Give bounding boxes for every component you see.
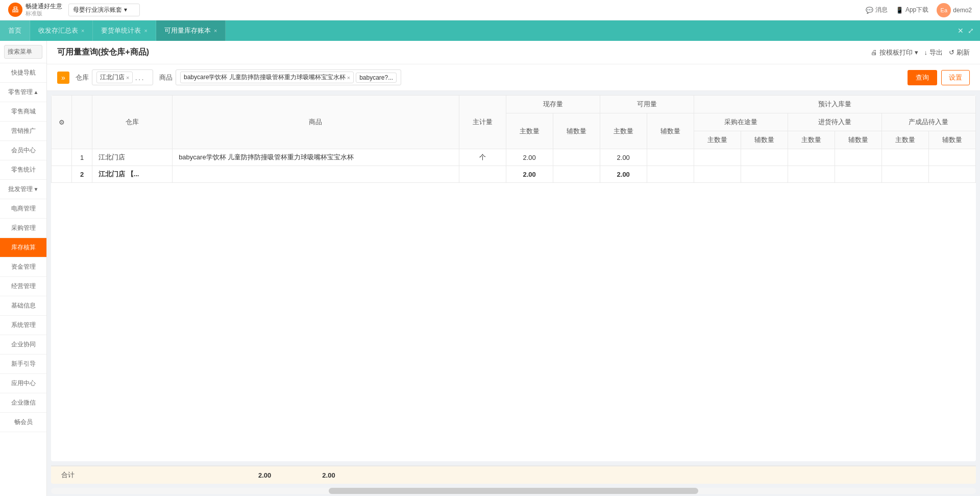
cell-sub-p-main bbox=[694, 166, 741, 183]
th-current-main: 主数量 bbox=[506, 113, 553, 149]
industry-selector[interactable]: 母婴行业演示账套 ▾ bbox=[68, 4, 140, 16]
sidebar-item-system-mgmt[interactable]: 系统管理 bbox=[0, 316, 46, 335]
filter-toggle-btn[interactable]: » bbox=[57, 72, 69, 84]
tab-home[interactable]: 首页 bbox=[0, 20, 30, 41]
user-area[interactable]: Ea demo2 bbox=[937, 3, 972, 17]
sidebar-item-enterprise-wechat[interactable]: 企业微信 bbox=[0, 393, 46, 413]
export-btn[interactable]: ↓ 导出 bbox=[924, 48, 943, 57]
warehouse-tag-close-icon[interactable]: × bbox=[126, 75, 129, 81]
product-input[interactable]: babycare学饮杯 儿童防摔防撞吸管杯重力球吸嘴杯宝宝水杯 × babyca… bbox=[176, 69, 401, 85]
scrollbar-thumb[interactable] bbox=[329, 488, 699, 494]
cell-settings bbox=[52, 149, 72, 166]
data-table: ⚙ 仓库 商品 主计量 现存量 可用量 预计入库量 主数量 辅数量 主数量 辅数… bbox=[51, 95, 976, 183]
cell-sub-ib-main bbox=[788, 166, 835, 183]
content-area: 可用量查询(按仓库+商品) 🖨 按模板打印 ▾ ↓ 导出 ↺ 刷新 bbox=[47, 41, 980, 496]
nav-tabs: 首页 收发存汇总表 × 要货单统计表 × 可用量库存账本 × ✕ ⤢ bbox=[0, 20, 980, 41]
cell-sub-warehouse: 江北门店 【... bbox=[92, 166, 173, 183]
warehouse-input[interactable]: 江北门店 × ... bbox=[92, 69, 153, 85]
sidebar-item-basic-info[interactable]: 基础信息 bbox=[0, 296, 46, 316]
th-index bbox=[72, 96, 92, 149]
cell-sub-current-main: 2.00 bbox=[506, 166, 553, 183]
footer-current-main: 2.00 bbox=[258, 471, 271, 479]
warehouse-more-icon[interactable]: ... bbox=[135, 73, 144, 82]
top-bar-left: 品 畅捷通好生意 标准版 母婴行业演示账套 ▾ bbox=[8, 3, 140, 17]
sidebar-item-quick-nav[interactable]: 快捷导航 bbox=[0, 63, 46, 83]
th-product-pending: 产成品待入量 bbox=[881, 113, 975, 131]
maximize-icon[interactable]: ⤢ bbox=[968, 27, 974, 35]
cell-sub-product bbox=[173, 166, 459, 183]
product-tag1-close-icon[interactable]: × bbox=[347, 75, 350, 81]
message-btn[interactable]: 💬 消息 bbox=[866, 6, 888, 14]
tab-available-stock[interactable]: 可用量库存账本 × bbox=[156, 20, 226, 41]
cell-avail-main: 2.00 bbox=[600, 149, 647, 166]
refresh-btn[interactable]: ↺ 刷新 bbox=[949, 48, 970, 57]
table-footer: 合计 2.00 2.00 bbox=[51, 465, 976, 484]
th-forecast-inbound: 预计入库量 bbox=[694, 96, 975, 113]
tab-available-stock-close[interactable]: × bbox=[214, 28, 217, 34]
tab-receive-summary-close[interactable]: × bbox=[81, 28, 84, 34]
tab-order-stats-close[interactable]: × bbox=[144, 28, 147, 34]
table-row: 1 江北门店 babycare学饮杯 儿童防摔防撞吸管杯重力球吸嘴杯宝宝水杯 个… bbox=[52, 149, 976, 166]
logo-area: 品 畅捷通好生意 标准版 bbox=[8, 3, 62, 17]
product-filter: 商品 babycare学饮杯 儿童防摔防撞吸管杯重力球吸嘴杯宝宝水杯 × bab… bbox=[159, 69, 401, 85]
print-template-btn[interactable]: 🖨 按模板打印 ▾ bbox=[871, 48, 918, 57]
th-purchase-aux: 辅数量 bbox=[741, 131, 788, 149]
app-download-btn[interactable]: 📱 App下载 bbox=[896, 6, 928, 14]
cell-product: babycare学饮杯 儿童防摔防撞吸管杯重力球吸嘴杯宝宝水杯 bbox=[173, 149, 459, 166]
th-avail-main: 主数量 bbox=[600, 113, 647, 149]
sidebar-item-ecommerce-mgmt[interactable]: 电商管理 bbox=[0, 199, 46, 219]
th-current-aux: 辅数量 bbox=[553, 113, 600, 149]
query-btn[interactable]: 查询 bbox=[908, 70, 937, 85]
sidebar-item-finance-mgmt[interactable]: 资金管理 bbox=[0, 257, 46, 277]
sidebar-item-app-center[interactable]: 应用中心 bbox=[0, 374, 46, 393]
sidebar-item-marketing[interactable]: 营销推广 bbox=[0, 122, 46, 141]
sidebar-item-purchase-mgmt[interactable]: 采购管理 bbox=[0, 219, 46, 238]
cell-current-aux bbox=[553, 149, 600, 166]
sidebar-item-retail-mall[interactable]: 零售商城 bbox=[0, 102, 46, 122]
th-inbound-main: 主数量 bbox=[788, 131, 835, 149]
sidebar-item-operations-mgmt[interactable]: 经营管理 bbox=[0, 277, 46, 296]
th-main-unit: 主计量 bbox=[459, 96, 506, 149]
th-current-stock: 现存量 bbox=[506, 96, 600, 113]
sidebar-search: 搜索菜单 bbox=[0, 41, 46, 63]
warehouse-label: 仓库 bbox=[76, 73, 89, 82]
close-all-icon[interactable]: ✕ bbox=[958, 27, 964, 35]
cell-current-main: 2.00 bbox=[506, 149, 553, 166]
sidebar-item-wholesale-mgmt[interactable]: 批发管理 ▼ bbox=[0, 180, 46, 199]
th-inbound-aux: 辅数量 bbox=[835, 131, 881, 149]
cell-product-aux bbox=[928, 149, 975, 166]
cell-sub-prod-main bbox=[881, 166, 928, 183]
cell-sub-index: 2 bbox=[72, 166, 92, 183]
sidebar-item-retail-stats[interactable]: 零售统计 bbox=[0, 160, 46, 180]
cell-inbound-aux bbox=[835, 149, 881, 166]
th-settings[interactable]: ⚙ bbox=[52, 96, 72, 149]
sidebar-item-enterprise-collab[interactable]: 企业协同 bbox=[0, 335, 46, 355]
cell-avail-aux bbox=[647, 149, 694, 166]
cell-index: 1 bbox=[72, 149, 92, 166]
cell-main-unit: 个 bbox=[459, 149, 506, 166]
settings-btn[interactable]: 设置 bbox=[941, 70, 970, 85]
cell-product-main bbox=[881, 149, 928, 166]
sidebar-item-inventory-check[interactable]: 库存核算 bbox=[0, 238, 46, 257]
horizontal-scrollbar[interactable] bbox=[51, 488, 976, 494]
cell-sub-unit bbox=[459, 166, 506, 183]
th-product-aux: 辅数量 bbox=[928, 131, 975, 149]
search-menu-btn[interactable]: 搜索菜单 bbox=[4, 45, 42, 59]
sidebar-item-retail-mgmt[interactable]: 零售管理 ▲ bbox=[0, 83, 46, 102]
cell-purchase-main bbox=[694, 149, 741, 166]
tab-order-stats[interactable]: 要货单统计表 × bbox=[93, 20, 156, 41]
sidebar-item-vip-member[interactable]: 畅会员 bbox=[0, 413, 46, 432]
cell-sub-settings bbox=[52, 166, 72, 183]
cell-warehouse: 江北门店 bbox=[92, 149, 173, 166]
sidebar-item-member-center[interactable]: 会员中心 bbox=[0, 141, 46, 160]
avatar: Ea bbox=[937, 3, 951, 17]
main-layout: 搜索菜单 快捷导航 零售管理 ▲ 零售商城 营销推广 会员中心 零售统计 批发管… bbox=[0, 41, 980, 496]
th-purchase-main: 主数量 bbox=[694, 131, 741, 149]
th-avail-aux: 辅数量 bbox=[647, 113, 694, 149]
page-actions: 🖨 按模板打印 ▾ ↓ 导出 ↺ 刷新 bbox=[871, 48, 970, 57]
th-product-main: 主数量 bbox=[881, 131, 928, 149]
sidebar-item-new-guide[interactable]: 新手引导 bbox=[0, 355, 46, 374]
tab-receive-summary[interactable]: 收发存汇总表 × bbox=[30, 20, 93, 41]
th-product: 商品 bbox=[173, 96, 459, 149]
cell-purchase-aux bbox=[741, 149, 788, 166]
